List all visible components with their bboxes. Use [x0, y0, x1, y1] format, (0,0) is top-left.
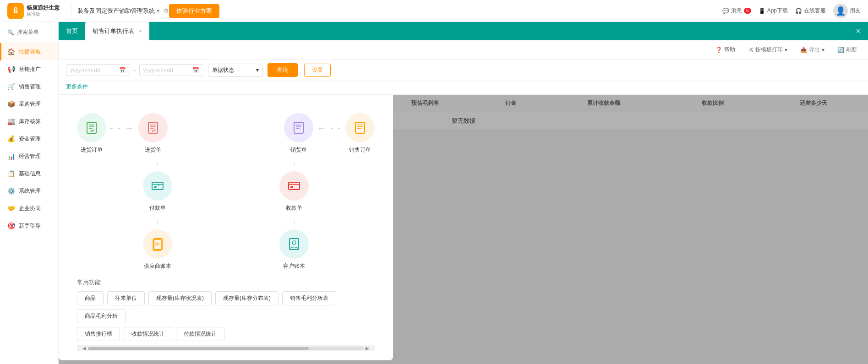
payment-bill-label: 付款单: [149, 204, 166, 212]
tab-home[interactable]: 首页: [59, 22, 85, 40]
more-conditions-btn[interactable]: 更多条件: [66, 83, 88, 90]
online-service-btn[interactable]: 🎧 在线客服: [795, 7, 826, 15]
table-area: 进货订单 - - →: [59, 95, 868, 364]
system-dropdown-icon[interactable]: ▾: [157, 7, 160, 14]
func-btn-stock-dist[interactable]: 现存量(库存分布表): [215, 291, 278, 305]
system-icon: ⚙️: [7, 187, 15, 195]
flow-arrows-row2: ↓ ↓: [77, 217, 375, 225]
sidebar-item-marketing[interactable]: 📢 营销推广: [0, 60, 58, 78]
sidebar-item-purchase[interactable]: 📦 采购管理: [0, 95, 58, 113]
func-btn-partners[interactable]: 往来单位: [107, 291, 145, 305]
calendar-icon-2: 📅: [192, 67, 199, 73]
refresh-btn[interactable]: 🔄 刷新: [834, 44, 861, 55]
message-icon: 💬: [722, 8, 729, 14]
calendar-icon: 📅: [119, 67, 126, 73]
receipt-bill-icon: [279, 171, 309, 201]
home-icon: 🏠: [7, 48, 15, 56]
select-arrow-icon: ▾: [256, 67, 259, 73]
down-arrow-receipt: ↓: [279, 217, 309, 225]
export-icon: 📤: [800, 47, 807, 53]
template-print-btn[interactable]: 🖨 按模板打印 ▾: [744, 44, 791, 55]
print-dropdown-icon: ▾: [785, 47, 787, 53]
sidebar-item-finance[interactable]: 💰 资金管理: [0, 130, 58, 147]
func-btns-row1: 商品 往来单位 现存量(库存状况表) 现存量(库存分布表) 销售毛利分析表 商品…: [77, 291, 375, 323]
sidebar-item-system[interactable]: ⚙️ 系统管理: [0, 182, 58, 200]
customer-ledger-node[interactable]: 客户账本: [279, 229, 309, 270]
sidebar-search-btn[interactable]: 🔍 搜索菜单: [4, 26, 55, 39]
sales-order-node[interactable]: 销售订单: [345, 113, 375, 154]
scroll-thumb[interactable]: [88, 347, 309, 350]
purchase-icon: 📦: [7, 100, 15, 108]
scrollbar[interactable]: ◀ ▶: [77, 345, 375, 351]
down-arrow-payment: ↓: [143, 217, 172, 225]
settings-icon[interactable]: ⚙: [164, 7, 169, 14]
sales-order-label: 销售订单: [349, 146, 371, 154]
func-btn-stock-status[interactable]: 现存量(库存状况表): [148, 291, 212, 305]
customer-ledger-icon: [279, 229, 309, 259]
close-all-btn[interactable]: ×: [856, 27, 861, 36]
trial-btn[interactable]: 体验行业方案: [169, 4, 219, 18]
cooperation-icon: 🤝: [7, 204, 15, 212]
search-bar: yyyy-mm-dd 📅 ~ yyyy-mm-dd 📅 单据状态 ▾ 查询 设置: [59, 60, 868, 81]
date-to-input[interactable]: yyyy-mm-dd 📅: [139, 64, 203, 76]
scroll-left-btn[interactable]: ◀: [81, 346, 88, 351]
logo-title: 畅康通好生意: [27, 5, 60, 11]
down-arrow-sales: ↓: [279, 158, 309, 167]
arrow-2: ← - -: [313, 123, 345, 133]
sidebar-item-inventory[interactable]: 🏭 库存核算: [0, 113, 58, 130]
purchase-order-icon: [77, 113, 106, 142]
svg-text:¥: ¥: [157, 183, 160, 187]
date-from-input[interactable]: yyyy-mm-dd 📅: [66, 64, 130, 76]
sidebar-item-cooperation[interactable]: 🤝 企业协同: [0, 200, 58, 217]
tab-sales-order-execution[interactable]: 销售订单执行表 ×: [85, 22, 149, 40]
svg-rect-20: [289, 182, 300, 190]
func-btn-sales-margin[interactable]: 销售毛利分析表: [282, 291, 336, 305]
common-funcs: 常用功能 商品 往来单位 现存量(库存状况表) 现存量(库存分布表) 销售毛利分…: [77, 278, 375, 341]
func-btn-sales-rank[interactable]: 销售排行榜: [77, 327, 120, 341]
message-btn[interactable]: 💬 消息 5: [722, 7, 751, 15]
sidebar-nav: 🏠 快捷导航 📢 营销推广 🛒 销售管理 📦 采购管理 🏭 库存核: [0, 43, 58, 364]
tab-bar: 首页 销售订单执行表 × ×: [59, 22, 868, 40]
flow-row-1: 进货订单 - - →: [77, 109, 375, 158]
export-btn[interactable]: 📤 导出 ▾: [797, 44, 828, 55]
app-download-btn[interactable]: 📱 App下载: [759, 7, 788, 15]
supplier-ledger-node[interactable]: 供应商账本: [143, 229, 172, 270]
purchase-order-node[interactable]: 进货订单: [77, 113, 106, 154]
logo-text: 畅康通好生意 标准版: [27, 5, 60, 16]
more-conditions-bar: 更多条件: [59, 81, 868, 95]
download-icon: 📱: [759, 8, 765, 14]
sidebar-item-operations[interactable]: 📊 经营管理: [0, 147, 58, 165]
finance-icon: 💰: [7, 135, 15, 143]
help-btn[interactable]: ❓ 帮助: [712, 44, 739, 55]
status-select[interactable]: 单据状态 ▾: [208, 64, 263, 77]
user-btn[interactable]: 👤 用友: [833, 4, 861, 18]
sidebar-search-area: 🔍 搜索菜单: [0, 22, 58, 43]
set-btn[interactable]: 设置: [304, 64, 331, 77]
sales-bill-node[interactable]: 销货单: [284, 113, 313, 154]
svg-rect-12: [355, 122, 365, 133]
payment-bill-node[interactable]: ¥ 付款单: [143, 171, 172, 212]
supplier-ledger-label: 供应商账本: [144, 262, 171, 270]
customer-ledger-label: 客户账本: [283, 262, 305, 270]
avatar: 👤: [833, 4, 848, 18]
quick-nav-overlay: 进货订单 - - →: [59, 95, 868, 364]
tab-close-btn[interactable]: ×: [139, 28, 142, 34]
sidebar-item-guide[interactable]: 🎯 新手引导: [0, 217, 58, 234]
flow-row-5: 供应商账本 客户账本: [77, 225, 375, 275]
query-btn[interactable]: 查询: [267, 63, 298, 77]
sidebar-item-basic-info[interactable]: 📋 基础信息: [0, 165, 58, 182]
receipt-bill-node[interactable]: 收款单: [279, 171, 309, 212]
sales-bill-label: 销货单: [290, 146, 307, 154]
scroll-track[interactable]: [88, 347, 364, 350]
func-btn-payment-stats[interactable]: 付款情况统计: [176, 327, 224, 341]
purchase-order-label: 进货订单: [81, 146, 103, 154]
func-btn-receipt-stats[interactable]: 收款情况统计: [124, 327, 172, 341]
purchase-bill-node[interactable]: 进货单: [138, 113, 168, 154]
scroll-right-btn[interactable]: ▶: [364, 346, 371, 351]
func-btn-goods[interactable]: 商品: [77, 291, 104, 305]
func-btn-goods-margin[interactable]: 商品毛利分析: [77, 309, 126, 323]
sidebar-item-sales[interactable]: 🛒 销售管理: [0, 78, 58, 95]
flow-diagram: 进货订单 - - →: [77, 109, 375, 275]
sidebar-item-quick-nav[interactable]: 🏠 快捷导航: [0, 43, 58, 60]
system-title: 装备及固定资产辅助管理系统: [77, 7, 155, 15]
